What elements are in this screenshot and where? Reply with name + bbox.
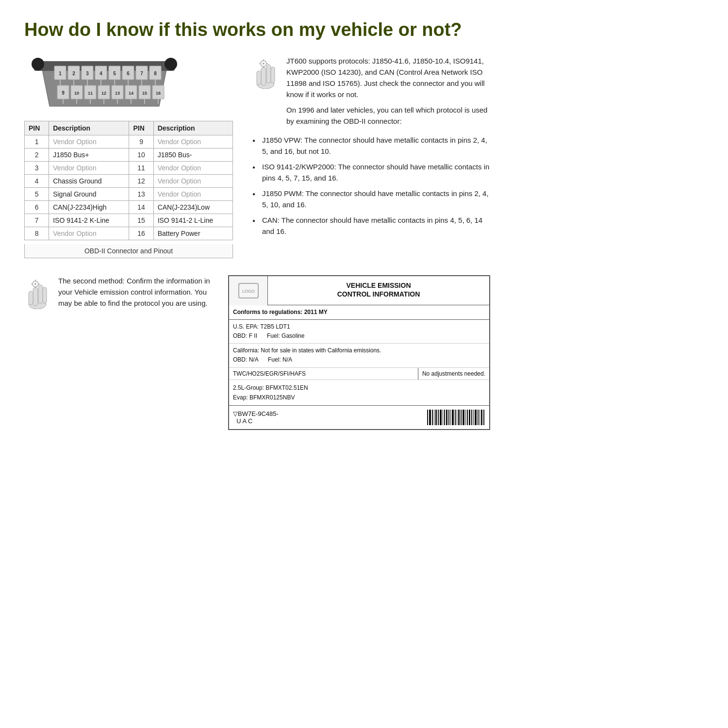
- obd-text: OBD: F II: [233, 332, 257, 339]
- svg-rect-55: [271, 67, 275, 83]
- right-header-section: JT600 supports protocols: J1850-41.6, J1…: [252, 55, 490, 127]
- svg-rect-65: [38, 285, 43, 303]
- svg-rect-86: [448, 410, 449, 425]
- svg-rect-76: [427, 410, 428, 425]
- svg-text:LOGO: LOGO: [242, 289, 254, 294]
- pin-number-left: 1: [25, 135, 49, 148]
- protocols-para2: On 1996 and later vehicles, you can tell…: [286, 104, 490, 127]
- bottom-method-text: The second method: Confirm the informati…: [58, 275, 214, 309]
- obd-na-text: OBD: N/A: [233, 356, 258, 363]
- left-column: 1 2 3 4 5 6 7 8: [24, 55, 233, 258]
- table-row: 3Vendor Option11Vendor Option: [25, 161, 233, 174]
- svg-rect-53: [261, 67, 266, 85]
- svg-rect-64: [33, 287, 38, 306]
- svg-rect-56: [257, 71, 261, 84]
- pin-number-right: 11: [129, 161, 153, 174]
- emission-row-conform: Conforms to regulations: 2011 MY: [229, 305, 489, 320]
- adjustment-text: No adjustments needed.: [418, 368, 489, 380]
- svg-text:3: 3: [86, 71, 89, 76]
- table-row: 7ISO 9141-2 K-Line15ISO 9141-2 L-Line: [25, 214, 233, 227]
- pin-number-right: 14: [129, 200, 153, 214]
- model-code: ▽BW7E-9C485- U A C: [233, 410, 279, 425]
- right-intro-text: JT600 supports protocols: J1850-41.6, J1…: [286, 55, 490, 127]
- col-header-desc2: Description: [153, 121, 232, 135]
- svg-rect-97: [471, 410, 472, 425]
- svg-rect-101: [480, 410, 480, 425]
- pin-desc-right: J1850 Bus-: [153, 148, 232, 161]
- svg-rect-88: [452, 410, 454, 425]
- emission-row-california: California: Not for sale in states with …: [229, 344, 489, 367]
- table-row: 4Chassis Ground12Vendor Option: [25, 174, 233, 187]
- svg-rect-66: [43, 287, 47, 303]
- svg-text:11: 11: [88, 91, 93, 96]
- pin-number-left: 3: [25, 161, 49, 174]
- pin-number-left: 5: [25, 187, 49, 200]
- svg-rect-87: [450, 410, 451, 425]
- pin-desc-left: Vendor Option: [49, 135, 129, 148]
- fuel-na-text: Fuel: N/A: [268, 356, 292, 363]
- table-row: 8Vendor Option16Battery Power: [25, 227, 233, 240]
- svg-text:16: 16: [156, 91, 161, 96]
- bottom-section: The second method: Confirm the informati…: [24, 275, 490, 430]
- page-title: How do I know if this works on my vehicl…: [24, 19, 490, 41]
- col-header-pin2: PIN: [129, 121, 153, 135]
- pin-desc-left: J1850 Bus+: [49, 148, 129, 161]
- pin-number-right: 10: [129, 148, 153, 161]
- svg-text:8: 8: [154, 71, 157, 76]
- emission-logo-box: LOGO: [229, 276, 268, 305]
- svg-text:10: 10: [74, 91, 79, 96]
- emission-row-twc: TWC/HO2S/EGR/SFI/HAFS No adjustments nee…: [229, 368, 489, 380]
- pin-desc-left: Signal Ground: [49, 187, 129, 200]
- svg-text:12: 12: [101, 91, 106, 96]
- svg-point-69: [34, 283, 36, 285]
- svg-rect-96: [469, 410, 470, 425]
- pin-desc-left: Chassis Ground: [49, 174, 129, 187]
- svg-text:14: 14: [129, 91, 133, 96]
- svg-point-2: [32, 58, 44, 70]
- emission-bottom: ▽BW7E-9C485- U A C: [229, 405, 489, 429]
- table-row: 6CAN(J-2234)High14CAN(J-2234)Low: [25, 200, 233, 214]
- pin-number-right: 9: [129, 135, 153, 148]
- svg-rect-80: [435, 410, 437, 425]
- bullet-item: J1850 VPW: The connector should have met…: [252, 132, 490, 159]
- pin-desc-left: Vendor Option: [49, 227, 129, 240]
- pin-desc-right: Vendor Option: [153, 174, 232, 187]
- svg-rect-95: [467, 410, 468, 425]
- svg-rect-90: [457, 410, 457, 425]
- svg-point-3: [165, 58, 177, 70]
- table-row: 2J1850 Bus+10J1850 Bus-: [25, 148, 233, 161]
- svg-rect-91: [458, 410, 460, 425]
- group-text: 2.5L-Group: BFMXT02.51EN: [233, 383, 485, 393]
- barcode: [427, 409, 485, 426]
- table-row: 5Signal Ground13Vendor Option: [25, 187, 233, 200]
- col-header-desc1: Description: [49, 121, 129, 135]
- svg-rect-79: [434, 410, 434, 425]
- protocols-text: JT600 supports protocols: J1850-41.6, J1…: [286, 55, 490, 100]
- table-caption: OBD-II Connector and Pinout: [24, 244, 233, 258]
- emission-title: VEHICLE EMISSIONCONTROL INFORMATION: [268, 276, 489, 305]
- pin-desc-right: ISO 9141-2 L-Line: [153, 214, 232, 227]
- pin-desc-right: Vendor Option: [153, 161, 232, 174]
- svg-text:15: 15: [142, 91, 147, 96]
- bullet-list: J1850 VPW: The connector should have met…: [252, 132, 490, 239]
- svg-rect-84: [444, 410, 445, 425]
- pin-desc-right: Vendor Option: [153, 187, 232, 200]
- svg-text:1: 1: [59, 71, 62, 76]
- bullet-item: CAN: The connector should have metallic …: [252, 213, 490, 239]
- pin-desc-left: Vendor Option: [49, 161, 129, 174]
- svg-rect-78: [432, 410, 433, 425]
- finger-icon-bottom: [24, 278, 51, 311]
- pin-number-right: 15: [129, 214, 153, 227]
- svg-rect-82: [440, 410, 442, 425]
- emission-card-section: LOGO VEHICLE EMISSIONCONTROL INFORMATION…: [228, 275, 490, 430]
- emission-row-epa: U.S. EPA: T2B5 LDT1 OBD: F II Fuel: Gaso…: [229, 320, 489, 344]
- svg-rect-102: [481, 410, 482, 425]
- svg-rect-81: [438, 410, 439, 425]
- svg-text:9: 9: [62, 90, 65, 96]
- bullet-item: ISO 9141-2/KWP2000: The connector should…: [252, 159, 490, 186]
- pin-desc-right: CAN(J-2234)Low: [153, 200, 232, 214]
- svg-rect-67: [29, 291, 33, 305]
- svg-rect-103: [483, 410, 484, 425]
- svg-rect-94: [465, 410, 466, 425]
- svg-point-58: [263, 63, 265, 65]
